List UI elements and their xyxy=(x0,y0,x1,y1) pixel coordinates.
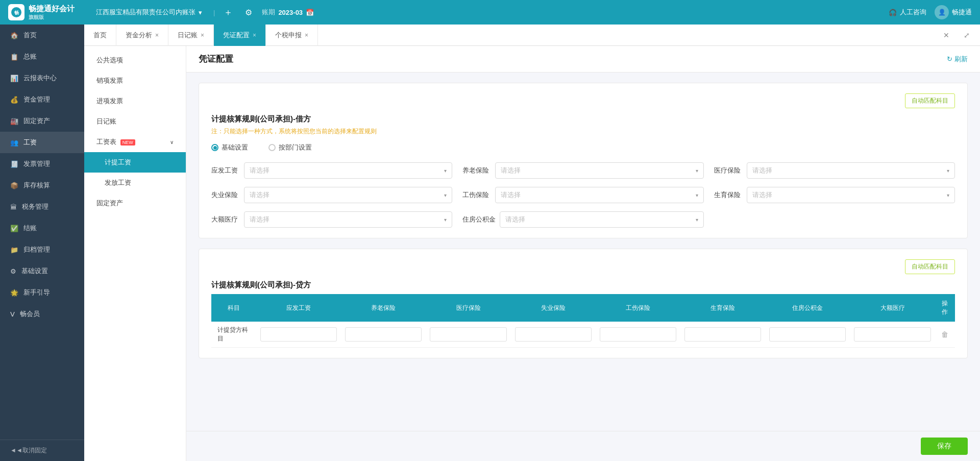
left-menu-payroll-table[interactable]: 工资表 NEW ∨ xyxy=(84,132,186,152)
row-maternity-input[interactable] xyxy=(684,327,761,342)
tab-voucher-close[interactable]: × xyxy=(253,32,256,39)
tab-voucher-config[interactable]: 凭证配置 × xyxy=(214,25,266,46)
tab-journal-close[interactable]: × xyxy=(201,32,204,39)
sidebar-item-assets[interactable]: 🏭 固定资产 xyxy=(0,110,84,132)
row-base-salary-input[interactable] xyxy=(260,327,337,342)
sidebar-item-funds[interactable]: 💰 资金管理 xyxy=(0,89,84,110)
maximize-button[interactable]: ⤢ xyxy=(960,28,974,42)
sidebar-item-inventory[interactable]: 📦 库存核算 xyxy=(0,175,84,196)
sidebar-item-reports[interactable]: 📊 云报表中心 xyxy=(0,67,84,89)
add-tab-button[interactable]: ＋ xyxy=(221,5,235,19)
left-menu-accrue-salary[interactable]: 计提工资 xyxy=(84,152,186,173)
save-bar: 保存 xyxy=(186,431,980,461)
form-scroll: 自动匹配科目 计提核算规则(公司承担)-借方 注：只能选择一种方式，系统将按照您… xyxy=(186,72,980,431)
row-unemployment-input[interactable] xyxy=(515,327,592,342)
page-title: 凭证配置 xyxy=(199,53,233,65)
save-button[interactable]: 保存 xyxy=(921,438,968,455)
sidebar-item-settings[interactable]: ⚙ 基础设置 xyxy=(0,260,84,282)
col-unemployment: 失业保险 xyxy=(511,294,596,322)
tax-icon: 🏛 xyxy=(10,203,17,211)
tab-funds[interactable]: 资金分析 × xyxy=(116,25,168,46)
radio-basic-label: 基础设置 xyxy=(222,143,248,152)
tab-funds-close[interactable]: × xyxy=(155,32,159,39)
radio-by-dept[interactable]: 按部门设置 xyxy=(268,143,312,152)
unfix-button[interactable]: ◄◄取消固定 xyxy=(0,440,84,461)
username: 畅捷通 xyxy=(952,8,972,17)
row-base-salary-cell xyxy=(256,322,341,348)
left-menu-sales-invoice[interactable]: 销项发票 xyxy=(84,70,186,91)
unemployment-label: 失业保险 xyxy=(211,190,240,200)
row-work-injury-input[interactable] xyxy=(600,327,676,342)
big-medical-select[interactable]: 请选择 ▾ xyxy=(244,211,452,228)
radio-basic[interactable]: 基础设置 xyxy=(211,143,248,152)
refresh-button[interactable]: ↻ 刷新 xyxy=(947,55,968,64)
checkout-icon: ✅ xyxy=(10,225,18,232)
col-base-salary: 应发工资 xyxy=(256,294,341,322)
sidebar-label-guide: 新手引导 xyxy=(23,288,50,297)
gear-icon: ⚙ xyxy=(10,268,16,275)
left-menu: 公共选项 销项发票 进项发票 日记账 工资表 NEW ∨ 计提工资 xyxy=(84,46,186,461)
work-injury-label: 工伤保险 xyxy=(462,190,491,200)
close-tab-button[interactable]: ✕ xyxy=(939,28,953,42)
sidebar-item-home[interactable]: 🏠 首页 xyxy=(0,25,84,46)
sidebar-item-vip[interactable]: Ⅴ 畅会员 xyxy=(0,303,84,325)
tab-journal[interactable]: 日记账 × xyxy=(168,25,214,46)
calendar-icon[interactable]: 📅 xyxy=(306,9,314,16)
logo-icon: 畅 xyxy=(8,4,24,20)
radio-basic-circle xyxy=(211,144,218,151)
work-injury-select[interactable]: 请选择 ▾ xyxy=(495,187,703,203)
tab-tax-close[interactable]: × xyxy=(305,32,308,39)
debit-form-grid: 应发工资 请选择 ▾ 养老保险 请选择 ▾ xyxy=(211,162,955,228)
row-big-medical-cell xyxy=(850,322,935,348)
housing-fund-select[interactable]: 请选择 ▾ xyxy=(500,211,703,228)
row-pension-cell xyxy=(341,322,426,348)
sidebar-item-salary[interactable]: 👥 工资 xyxy=(0,132,84,153)
delete-row-button[interactable]: 🗑 xyxy=(941,330,948,338)
maternity-arrow: ▾ xyxy=(947,192,949,198)
medical-select[interactable]: 请选择 ▾ xyxy=(747,162,955,179)
row-medical-cell xyxy=(426,322,510,348)
user-area[interactable]: 👤 畅捷通 xyxy=(935,5,972,19)
row-big-medical-input[interactable] xyxy=(854,327,930,342)
salary-icon: 👥 xyxy=(10,139,18,147)
auto-match-credit-button[interactable]: 自动匹配科目 xyxy=(905,259,955,274)
left-menu-fixed-assets[interactable]: 固定资产 xyxy=(84,193,186,213)
maternity-placeholder: 请选择 xyxy=(752,190,772,200)
table-row: 计提贷方科目 xyxy=(211,322,955,348)
svg-text:畅: 畅 xyxy=(14,10,19,15)
left-menu-purchase-invoice[interactable]: 进项发票 xyxy=(84,91,186,111)
reports-icon: 📊 xyxy=(10,75,18,82)
home-icon: 🏠 xyxy=(10,32,18,39)
tab-tax[interactable]: 个税申报 × xyxy=(266,25,318,46)
settings-icon[interactable]: ⚙ xyxy=(241,5,256,19)
credit-section-title: 计提核算规则(公司承担)-贷方 xyxy=(211,280,955,290)
row-pension-input[interactable] xyxy=(345,327,422,342)
sidebar-label-funds: 资金管理 xyxy=(23,95,50,104)
left-menu-public[interactable]: 公共选项 xyxy=(84,50,186,70)
left-menu-pay-salary[interactable]: 发放工资 xyxy=(84,173,186,193)
row-housing-fund-input[interactable] xyxy=(769,327,846,342)
tab-home-label: 首页 xyxy=(93,31,107,40)
row-medical-input[interactable] xyxy=(430,327,506,342)
app-name: 畅捷通好会计 xyxy=(29,4,75,14)
sidebar-label-archive: 归档管理 xyxy=(23,245,50,254)
base-salary-select[interactable]: 请选择 ▾ xyxy=(244,162,452,179)
sidebar-item-checkout[interactable]: ✅ 结账 xyxy=(0,217,84,239)
company-selector[interactable]: 江西服宝精品有限责任公司内账张 ▾ xyxy=(91,6,207,19)
left-menu-journal[interactable]: 日记账 xyxy=(84,111,186,132)
sidebar-item-invoice[interactable]: 🧾 发票管理 xyxy=(0,153,84,175)
sidebar-item-guide[interactable]: 🌟 新手引导 xyxy=(0,282,84,303)
pension-select[interactable]: 请选择 ▾ xyxy=(495,162,703,179)
unemployment-select[interactable]: 请选择 ▾ xyxy=(244,187,452,203)
tab-home[interactable]: 首页 xyxy=(84,25,116,46)
medical-placeholder: 请选择 xyxy=(752,166,772,175)
sidebar-item-tax[interactable]: 🏛 税务管理 xyxy=(0,196,84,217)
debit-section-title: 计提核算规则(公司承担)-借方 xyxy=(211,114,955,124)
sidebar-item-ledger[interactable]: 📋 总账 xyxy=(0,46,84,67)
auto-match-debit-button[interactable]: 自动匹配科目 xyxy=(905,93,955,108)
maternity-select[interactable]: 请选择 ▾ xyxy=(747,187,955,203)
medical-arrow: ▾ xyxy=(947,168,949,174)
support-button[interactable]: 🎧 人工咨询 xyxy=(889,8,926,17)
tab-journal-label: 日记账 xyxy=(178,31,198,40)
sidebar-item-archive[interactable]: 📁 归档管理 xyxy=(0,239,84,260)
